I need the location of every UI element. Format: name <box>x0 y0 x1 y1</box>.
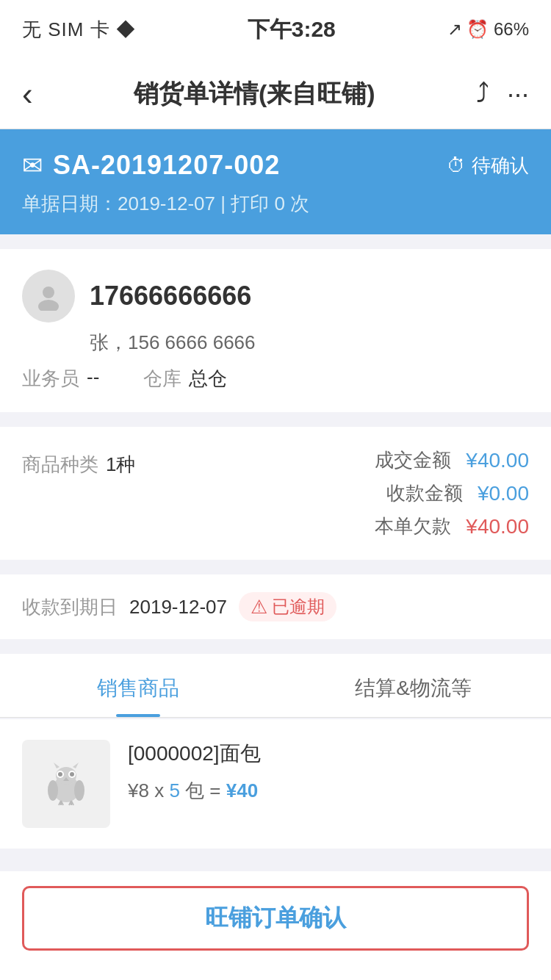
order-header-card: ✉ SA-20191207-002 ⏱ 待确认 单据日期：2019-12-07 … <box>0 129 551 234</box>
product-total: ¥40 <box>226 779 258 801</box>
more-icon[interactable]: ··· <box>507 79 529 109</box>
product-unit-price: ¥8 <box>128 779 149 801</box>
type-label: 商品种类 <box>22 452 98 478</box>
date-label: 单据日期： <box>22 192 118 215</box>
received-amount-label: 收款金额 <box>386 480 463 506</box>
summary-right: 成交金额 ¥40.00 收款金额 ¥0.00 本单欠款 ¥40.00 <box>375 447 529 539</box>
tab-settlement[interactable]: 结算&物流等 <box>276 654 551 717</box>
owed-amount-value: ¥40.00 <box>466 515 529 538</box>
salesperson-meta: 业务员 -- <box>22 366 99 392</box>
deal-amount-value: ¥40.00 <box>466 449 529 472</box>
product-code: [0000002] <box>128 742 220 765</box>
order-header-top: ✉ SA-20191207-002 ⏱ 待确认 <box>22 150 529 181</box>
svg-marker-10 <box>73 763 79 768</box>
overdue-icon: ⚠ <box>251 596 267 619</box>
status-left: 无 SIM 卡 ◆ <box>22 17 136 43</box>
product-item: [0000002]面包 ¥8 x 5 包 = ¥40 <box>0 719 551 849</box>
product-unit: 包 <box>185 779 204 801</box>
order-id: SA-20191207-002 <box>53 150 280 181</box>
svg-point-0 <box>43 287 54 298</box>
product-equals: = <box>209 779 226 801</box>
deal-amount-label: 成交金额 <box>375 447 451 473</box>
product-thumbnail <box>22 740 110 828</box>
product-list: [0000002]面包 ¥8 x 5 包 = ¥40 <box>0 719 551 849</box>
confirm-button[interactable]: 旺铺订单确认 <box>22 886 529 951</box>
svg-point-11 <box>48 780 58 801</box>
svg-marker-9 <box>54 763 60 768</box>
owed-amount-row: 本单欠款 ¥40.00 <box>375 514 529 539</box>
avatar <box>22 270 75 323</box>
svg-point-1 <box>38 300 59 311</box>
warehouse-label: 仓库 <box>143 366 181 392</box>
summary-left: 商品种类 1种 <box>22 447 375 478</box>
tab-settlement-label: 结算&物流等 <box>355 677 472 699</box>
order-icon: ✉ <box>22 151 43 180</box>
deal-amount-row: 成交金额 ¥40.00 <box>375 447 529 473</box>
status-text: 待确认 <box>472 153 529 179</box>
product-qty: 5 <box>169 779 179 801</box>
owed-amount-label: 本单欠款 <box>375 514 451 539</box>
product-title: 面包 <box>220 742 261 765</box>
summary-card: 商品种类 1种 成交金额 ¥40.00 收款金额 ¥0.00 本单欠款 ¥40.… <box>0 427 551 560</box>
warehouse-meta: 仓库 总仓 <box>143 366 227 392</box>
order-date-row: 单据日期：2019-12-07 | 打印 0 次 <box>22 191 529 217</box>
type-value: 1种 <box>106 452 135 478</box>
overdue-badge: ⚠ 已逾期 <box>239 592 336 621</box>
status-icon: ⏱ <box>447 154 466 177</box>
share-icon[interactable]: ⤴ <box>476 79 489 109</box>
customer-meta: 业务员 -- 仓库 总仓 <box>22 366 529 392</box>
customer-top: 17666666666 <box>22 270 529 323</box>
product-info: [0000002]面包 ¥8 x 5 包 = ¥40 <box>128 740 529 804</box>
received-amount-value: ¥0.00 <box>478 482 529 505</box>
back-button[interactable]: ‹ <box>22 78 33 110</box>
salesperson-value: -- <box>87 366 99 392</box>
tabs-container: 销售商品 结算&物流等 <box>0 654 551 718</box>
due-date-label: 收款到期日 <box>22 594 118 620</box>
nav-actions: ⤴ ··· <box>476 79 529 109</box>
product-price-row: ¥8 x 5 包 = ¥40 <box>128 778 529 804</box>
status-time: 下午3:28 <box>248 15 336 45</box>
due-date-value: 2019-12-07 <box>129 596 227 619</box>
received-amount-row: 收款金额 ¥0.00 <box>386 480 529 506</box>
confirm-button-label: 旺铺订单确认 <box>205 902 346 934</box>
due-date-card: 收款到期日 2019-12-07 ⚠ 已逾期 <box>0 574 551 639</box>
status-bar: 无 SIM 卡 ◆ 下午3:28 ↗ ⏰ 66% <box>0 0 551 59</box>
page-title: 销货单详情(来自旺铺) <box>33 77 476 111</box>
date-value: 2019-12-07 | 打印 0 次 <box>118 192 309 215</box>
customer-name: 张，156 6666 6666 <box>22 330 529 356</box>
customer-phone: 17666666666 <box>90 281 251 311</box>
product-name: [0000002]面包 <box>128 740 529 768</box>
status-right: ↗ ⏰ 66% <box>447 19 529 40</box>
order-status: ⏱ 待确认 <box>447 153 529 179</box>
svg-point-7 <box>70 772 74 777</box>
warehouse-value: 总仓 <box>189 366 227 392</box>
tab-sales-products[interactable]: 销售商品 <box>0 654 276 717</box>
overdue-text: 已逾期 <box>272 595 325 619</box>
svg-point-12 <box>74 780 84 801</box>
bottom-bar: 旺铺订单确认 <box>0 871 551 980</box>
order-id-row: ✉ SA-20191207-002 <box>22 150 280 181</box>
tab-sales-label: 销售商品 <box>97 677 179 699</box>
salesperson-label: 业务员 <box>22 366 79 392</box>
customer-card: 17666666666 张，156 6666 6666 业务员 -- 仓库 总仓 <box>0 249 551 412</box>
nav-bar: ‹ 销货单详情(来自旺铺) ⤴ ··· <box>0 59 551 129</box>
svg-point-5 <box>58 772 62 777</box>
product-multiply: x <box>154 779 169 801</box>
